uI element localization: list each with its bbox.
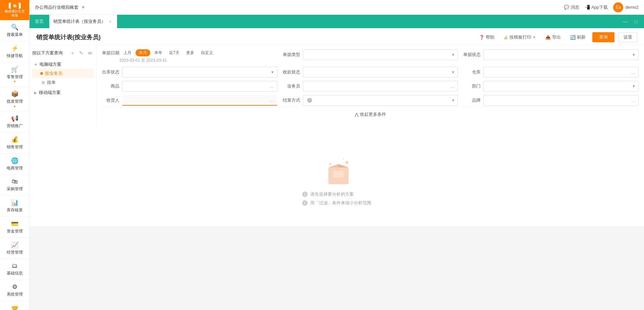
marketing-icon: 📢 bbox=[11, 115, 18, 122]
refresh-icon: 🔄 bbox=[570, 35, 576, 40]
system-icon: ⚙ bbox=[12, 283, 17, 291]
department-label: 部门 bbox=[463, 83, 481, 89]
mobile-group: ▶ 移动端方案 bbox=[32, 88, 94, 97]
finance-icon: 💳 bbox=[11, 220, 18, 227]
tab-maximize-button[interactable]: □ bbox=[632, 17, 640, 25]
sidebar-item-enterprise[interactable]: 🤝 企业协同 bbox=[0, 301, 29, 310]
goods-select[interactable]: … bbox=[122, 81, 277, 92]
brand-label: 品牌 bbox=[463, 97, 481, 103]
out-status-select[interactable]: ▼ bbox=[122, 67, 277, 78]
message-icon: 💬 bbox=[564, 5, 569, 10]
date-tab-7days[interactable]: 近7天 bbox=[166, 49, 182, 56]
doc-status-label: 单据状态 bbox=[463, 52, 481, 58]
tab-home[interactable]: 首页 bbox=[30, 15, 49, 28]
print-dropdown-icon[interactable]: ▼ bbox=[533, 36, 536, 39]
receipt-status-row: 收款状态 ▼ bbox=[283, 67, 458, 78]
sidebar-item-quicknav[interactable]: ⚡ 快捷导航 bbox=[0, 41, 29, 62]
help-button[interactable]: ❓ 帮助 bbox=[476, 33, 497, 42]
edit-scheme-button[interactable]: ✎ bbox=[77, 49, 85, 57]
sidebar-item-finance[interactable]: 💳 资金管理 bbox=[0, 217, 29, 238]
filter-row-1: 单据日期 上月 本月 本年 近7天 更多 自定义 2023 bbox=[102, 49, 639, 63]
collapse-button[interactable]: ⋀ 收起更多条件 bbox=[351, 110, 390, 119]
salesperson-select[interactable]: … bbox=[303, 81, 458, 92]
svg-point-7 bbox=[329, 163, 331, 165]
page-inner: 销货单统计表(按业务员) ❓ 帮助 🖨 按模板打印 ▼ 📤 导出 bbox=[30, 28, 644, 226]
scheme-sub-order[interactable]: ⊞ 按单 bbox=[32, 78, 94, 87]
tab-active[interactable]: 销货单统计表（按业务员） × bbox=[49, 15, 117, 28]
date-tab-custom[interactable]: 自定义 bbox=[198, 49, 216, 56]
print-button[interactable]: 🖨 按模板打印 ▼ bbox=[501, 33, 539, 42]
app-download-button[interactable]: 📲 App下载 bbox=[585, 4, 608, 10]
empty-state: 1 请先选择要分析的方案 2 用「过滤」条件来缩小分析范围 bbox=[30, 125, 644, 226]
sales-icon: 💰 bbox=[11, 136, 18, 143]
warehouse-dots: … bbox=[631, 70, 636, 75]
export-label: 导出 bbox=[552, 34, 561, 40]
sidebar-item-retail[interactable]: 🛒 零售管理 ▼ bbox=[0, 62, 29, 87]
date-tabs: 上月 本月 本年 近7天 更多 自定义 bbox=[121, 49, 216, 56]
content-layout: 按以下方案查询 + ✎ ≪ ▼ 电脑端方案 bbox=[30, 45, 644, 125]
doc-type-select[interactable]: ▼ bbox=[303, 49, 458, 60]
department-select[interactable]: ▼ bbox=[483, 81, 639, 92]
sidebar-item-wholesale[interactable]: 📦 批发管理 ▲ bbox=[0, 87, 29, 111]
breadcrumb-arrow[interactable]: ▼ bbox=[81, 5, 85, 10]
settlement-arrow: ▼ bbox=[451, 98, 455, 102]
salesperson-label: 业务员 bbox=[283, 83, 300, 89]
svg-point-8 bbox=[343, 158, 344, 160]
tab-bar: 首页 销货单统计表（按业务员） × — □ bbox=[30, 15, 644, 28]
sidebar-item-ecommerce[interactable]: 🌐 电商管理 bbox=[0, 154, 29, 175]
brand-select[interactable]: … bbox=[483, 95, 639, 106]
sidebar-item-search[interactable]: 🔍 搜索菜单 bbox=[0, 20, 29, 41]
date-tab-lastmonth[interactable]: 上月 bbox=[121, 49, 134, 56]
logo-text: 畅捷通好生意 标版 bbox=[5, 9, 25, 17]
export-button[interactable]: 📤 导出 bbox=[543, 33, 564, 42]
consignee-row: 收货人 … bbox=[102, 95, 277, 106]
sidebar-item-purchase[interactable]: 🛍 采购管理 bbox=[0, 175, 29, 196]
tab-home-label: 首页 bbox=[35, 18, 44, 24]
page-title-bar: 销货单统计表(按业务员) ❓ 帮助 🖨 按模板打印 ▼ 📤 导出 bbox=[30, 28, 644, 45]
main-area: 办公用品行业模拟账套 ▼ 💬 消息 📲 App下载 Ea demo2 首页 bbox=[30, 0, 644, 310]
settlement-select[interactable]: × ▼ bbox=[303, 95, 458, 106]
doc-status-select[interactable]: ▼ bbox=[483, 49, 639, 60]
filter-row-3: 商品 … 业务员 … 部门 bbox=[102, 81, 639, 92]
app-download-label: App下载 bbox=[591, 4, 608, 10]
scheme-item-salesperson[interactable]: 按业务员 bbox=[32, 69, 94, 78]
receipt-status-select[interactable]: ▼ bbox=[303, 67, 458, 78]
enterprise-icon: 🤝 bbox=[11, 304, 18, 310]
consignee-input[interactable]: … bbox=[122, 95, 277, 106]
settlement-clear-button[interactable]: × bbox=[307, 98, 312, 103]
department-arrow: ▼ bbox=[632, 84, 636, 88]
mobile-group-label[interactable]: ▶ 移动端方案 bbox=[32, 88, 94, 97]
tab-minimize-button[interactable]: — bbox=[621, 17, 629, 25]
operations-icon: 📈 bbox=[11, 241, 18, 249]
sidebar-item-inventory[interactable]: 📊 库存核算 bbox=[0, 196, 29, 217]
sidebar-item-operations[interactable]: 📈 经营管理 bbox=[0, 238, 29, 259]
date-tab-thismonth[interactable]: 本月 bbox=[136, 49, 150, 56]
tree-arrow-mobile: ▶ bbox=[34, 91, 37, 95]
collapse-up-icon: ⋀ bbox=[355, 112, 359, 117]
quicknav-icon: ⚡ bbox=[11, 45, 18, 52]
tab-controls: — □ bbox=[617, 17, 644, 25]
date-tab-more[interactable]: 更多 bbox=[183, 49, 197, 56]
desktop-group-label[interactable]: ▼ 电脑端方案 bbox=[32, 60, 94, 69]
sidebar-item-basic[interactable]: 🗂 基础信息 bbox=[0, 259, 29, 280]
warehouse-select[interactable]: … bbox=[483, 67, 639, 78]
goods-dots: … bbox=[270, 84, 274, 89]
out-status-label: 出库状态 bbox=[102, 69, 119, 75]
refresh-button[interactable]: 🔄 刷新 bbox=[568, 33, 588, 42]
settlement-row: 结算方式 × ▼ bbox=[283, 95, 458, 106]
user-menu[interactable]: Ea demo2 bbox=[613, 2, 639, 12]
date-tab-thisyear[interactable]: 本年 bbox=[152, 49, 165, 56]
collapse-panel-button[interactable]: ≪ bbox=[86, 49, 94, 57]
sidebar-item-system[interactable]: ⚙ 系统管理 bbox=[0, 280, 29, 301]
setting-button[interactable]: 设置 bbox=[619, 32, 637, 42]
goods-row: 商品 … bbox=[102, 81, 277, 92]
query-button[interactable]: 查询 bbox=[592, 32, 614, 42]
empty-tips: 1 请先选择要分析的方案 2 用「过滤」条件来缩小分析范围 bbox=[302, 191, 371, 206]
message-button[interactable]: 💬 消息 bbox=[564, 4, 579, 10]
sidebar-item-marketing[interactable]: 📢 营销推广 bbox=[0, 111, 29, 133]
sidebar-item-sales[interactable]: 💰 销售管理 bbox=[0, 133, 29, 154]
tab-close-button[interactable]: × bbox=[108, 19, 113, 24]
out-status-arrow: ▼ bbox=[271, 70, 274, 74]
tip-text-2: 用「过滤」条件来缩小分析范围 bbox=[310, 200, 371, 206]
add-scheme-button[interactable]: + bbox=[69, 49, 76, 57]
